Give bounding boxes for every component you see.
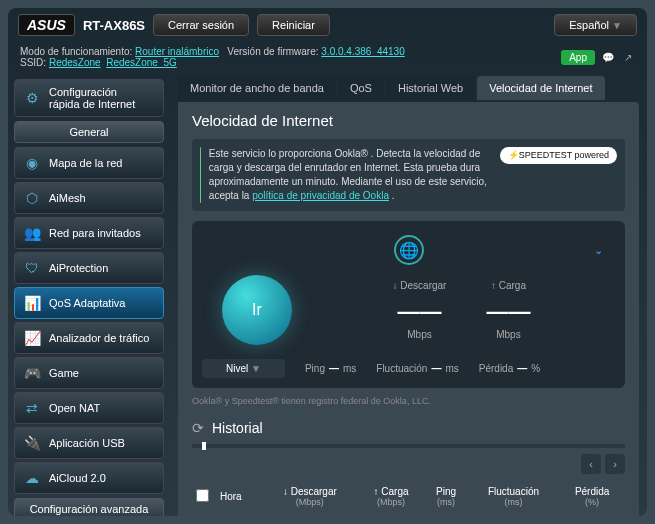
ssid1-link[interactable]: RedesZone <box>49 57 101 68</box>
col-time: Hora <box>216 480 262 513</box>
next-page-button[interactable]: › <box>605 454 625 474</box>
expand-toggle[interactable]: ⌄ <box>594 244 603 257</box>
col-jitter: Fluctuación(ms) <box>468 480 560 513</box>
fw-label: Versión de firmware: <box>227 46 318 57</box>
ssid2-link[interactable]: RedesZone_5G <box>106 57 177 68</box>
sidebar-item-game[interactable]: 🎮Game <box>14 357 164 389</box>
sidebar-item-qos-adaptativa[interactable]: 📊QoS Adaptativa <box>14 287 164 319</box>
nav-icon: 📊 <box>23 294 41 312</box>
sidebar-item-analizador-de-tráfico[interactable]: 📈Analizador de tráfico <box>14 322 164 354</box>
nav-icon: ◉ <box>23 154 41 172</box>
language-select[interactable]: Español ▼ <box>554 14 637 36</box>
nav-label: AiMesh <box>49 192 86 204</box>
brand-logo: ASUS <box>18 14 75 36</box>
fw-link[interactable]: 3.0.0.4.386_44130 <box>321 46 404 57</box>
tab-monitor-de-ancho-de-banda[interactable]: Monitor de ancho de banda <box>178 76 336 100</box>
refresh-icon[interactable]: ⟳ <box>192 420 204 436</box>
col-ping: Ping(ms) <box>424 480 467 513</box>
globe-icon: 🌐 <box>394 235 424 265</box>
nav-icon: 🔌 <box>23 434 41 452</box>
page-title: Velocidad de Internet <box>192 112 625 129</box>
mode-link[interactable]: Router inalámbrico <box>135 46 219 57</box>
go-button[interactable]: Ir <box>222 275 292 345</box>
col-upload: ↑ Carga(Mbps) <box>358 480 425 513</box>
nav-icon: 📈 <box>23 329 41 347</box>
notice-text: Este servicio lo proporciona Ookla® . De… <box>209 147 492 203</box>
col-loss: Pérdida(%) <box>559 480 625 513</box>
nav-label: QoS Adaptativa <box>49 297 125 309</box>
upload-value: —— <box>486 299 530 325</box>
ssid-label: SSID: <box>20 57 46 68</box>
speedtest-badge: ⚡SPEEDTEST powered <box>500 147 617 164</box>
feedback-icon[interactable]: 💬 <box>601 50 615 64</box>
nav-label: Mapa de la red <box>49 157 122 169</box>
wizard-icon: ⚙ <box>23 89 41 107</box>
download-unit: Mbps <box>393 329 447 340</box>
ookla-policy-link[interactable]: política de privacidad de Ookla <box>252 190 389 201</box>
select-all-checkbox[interactable] <box>196 489 209 502</box>
nav-label: Open NAT <box>49 402 100 414</box>
nav-label: Aplicación USB <box>49 437 125 449</box>
notice-accent <box>200 147 201 203</box>
tab-velocidad-de-internet[interactable]: Velocidad de Internet <box>477 76 604 100</box>
sidebar-item-aiprotection[interactable]: 🛡AiProtection <box>14 252 164 284</box>
footnote: Ookla® y Speedtest® tienen registro fede… <box>192 396 625 406</box>
nav-icon: ⬡ <box>23 189 41 207</box>
sidebar-item-open-nat[interactable]: ⇄Open NAT <box>14 392 164 424</box>
quick-setup-button[interactable]: ⚙ Configuraciónrápida de Internet <box>14 79 164 117</box>
sidebar-item-mapa-de-la-red[interactable]: ◉Mapa de la red <box>14 147 164 179</box>
col-download: ↓ Descargar(Mbps) <box>262 480 358 513</box>
nav-icon: ⇄ <box>23 399 41 417</box>
nav-icon: ☁ <box>23 469 41 487</box>
sidebar-item-aplicación-usb[interactable]: 🔌Aplicación USB <box>14 427 164 459</box>
download-value: —— <box>393 299 447 325</box>
logout-button[interactable]: Cerrar sesión <box>153 14 249 36</box>
download-label: ↓ Descargar <box>393 280 447 291</box>
nav-icon: 🎮 <box>23 364 41 382</box>
model-label: RT-AX86S <box>83 18 145 33</box>
level-button[interactable]: Nivel ▼ <box>202 359 285 378</box>
tab-historial-web[interactable]: Historial Web <box>386 76 475 100</box>
nav-label: Game <box>49 367 79 379</box>
nav-label: Red para invitados <box>49 227 141 239</box>
share-icon[interactable]: ↗ <box>621 50 635 64</box>
general-header: General <box>14 121 164 143</box>
upload-unit: Mbps <box>486 329 530 340</box>
nav-icon: 👥 <box>23 224 41 242</box>
chevron-down-icon: ▼ <box>612 20 622 31</box>
nav-label: AiProtection <box>49 262 108 274</box>
sidebar-item-red-para-invitados[interactable]: 👥Red para invitados <box>14 217 164 249</box>
reboot-button[interactable]: Reiniciar <box>257 14 330 36</box>
progress-bar <box>192 444 625 448</box>
history-title: Historial <box>212 420 263 436</box>
empty-message: No Test Results. <box>192 513 625 516</box>
app-badge[interactable]: App <box>561 50 595 65</box>
nav-label: AiCloud 2.0 <box>49 472 106 484</box>
sidebar-item-aimesh[interactable]: ⬡AiMesh <box>14 182 164 214</box>
mode-label: Modo de funcionamiento: <box>20 46 132 57</box>
nav-icon: 🛡 <box>23 259 41 277</box>
advanced-header: Configuración avanzada <box>14 498 164 516</box>
tab-qos[interactable]: QoS <box>338 76 384 100</box>
nav-label: Analizador de tráfico <box>49 332 149 344</box>
prev-page-button[interactable]: ‹ <box>581 454 601 474</box>
upload-label: ↑ Carga <box>486 280 530 291</box>
sidebar-item-aicloud-2.0[interactable]: ☁AiCloud 2.0 <box>14 462 164 494</box>
